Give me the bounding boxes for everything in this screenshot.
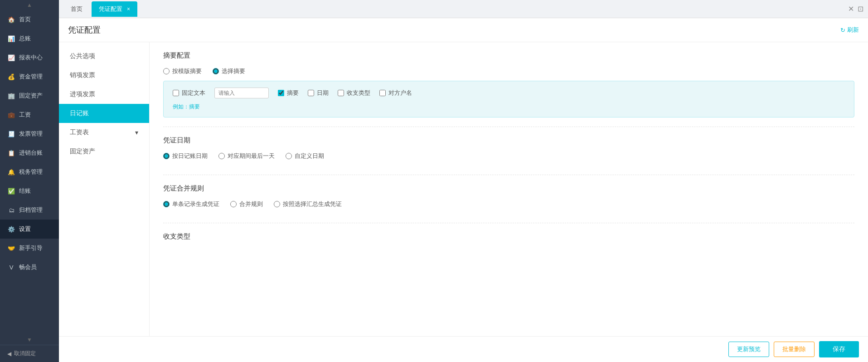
- abstract-input[interactable]: [278, 90, 284, 96]
- period-last-day-input[interactable]: [218, 153, 225, 159]
- summary-config-section: 摘要配置 按模版摘要 选择摘要: [163, 51, 854, 127]
- sidebar-icon-sales-ledger: 📋: [7, 149, 15, 157]
- abstract-check[interactable]: 摘要: [278, 89, 299, 97]
- voucher-merge-radio-row: 单条记录生成凭证 合并规则 按照选择汇总生成凭证: [163, 200, 854, 208]
- select-summary-input[interactable]: [274, 201, 280, 207]
- sidebar-item-settle[interactable]: ✅结账: [0, 181, 59, 201]
- sidebar-item-ledger[interactable]: 📊总账: [0, 29, 59, 48]
- left-nav-label-journal: 日记账: [70, 109, 89, 117]
- sidebar-icon-assets: 🏢: [7, 92, 15, 100]
- fixed-text-field[interactable]: [214, 88, 269, 98]
- sidebar-label-sales-ledger: 进销台账: [19, 149, 43, 157]
- period-last-day-radio[interactable]: 对应期间最后一天: [218, 152, 275, 160]
- sidebar-label-settle: 结账: [19, 187, 31, 195]
- left-nav-label-purchase-invoice: 进项发票: [70, 90, 95, 98]
- sidebar-label-invoice-mgmt: 发票管理: [19, 130, 43, 138]
- single-record-radio[interactable]: 单条记录生成凭证: [163, 200, 219, 208]
- summary-config-title: 摘要配置: [163, 51, 854, 60]
- counterpart-name-check[interactable]: 对方户名: [379, 89, 412, 97]
- voucher-date-radio-row: 按日记账日期 对应期间最后一天 自定义日期: [163, 152, 854, 160]
- left-nav-item-purchase-invoice[interactable]: 进项发票: [59, 85, 149, 104]
- page-header: 凭证配置 ↻ 刷新: [59, 18, 868, 42]
- sidebar-icon-guide: 🤝: [7, 244, 15, 252]
- select-summary-radio[interactable]: 按照选择汇总生成凭证: [274, 200, 342, 208]
- left-nav-item-payroll-table[interactable]: 工资表▾: [59, 123, 149, 142]
- sidebar-item-archive[interactable]: 🗂归档管理: [0, 201, 59, 220]
- summary-radio-row: 按模版摘要 选择摘要: [163, 67, 854, 75]
- choose-mode-radio[interactable]: 选择摘要: [213, 67, 245, 75]
- custom-date-input[interactable]: [286, 153, 292, 159]
- pin-icon: ◀: [7, 351, 11, 357]
- tab-label-voucher-config-tab: 凭证配置: [99, 5, 122, 13]
- sidebar-item-home[interactable]: 🏠首页: [0, 10, 59, 29]
- sidebar-label-payroll: 工资: [19, 111, 31, 119]
- template-mode-input[interactable]: [163, 68, 170, 74]
- left-nav-item-sales-invoice[interactable]: 销项发票: [59, 66, 149, 85]
- left-nav-item-journal[interactable]: 日记账: [59, 104, 149, 123]
- template-mode-radio[interactable]: 按模版摘要: [163, 67, 202, 75]
- left-nav-label-public: 公共选项: [70, 52, 95, 60]
- custom-date-radio[interactable]: 自定义日期: [286, 152, 324, 160]
- sidebar-icon-archive: 🗂: [7, 206, 15, 214]
- sidebar-label-settings: 设置: [19, 225, 31, 233]
- merge-rule-radio[interactable]: 合并规则: [230, 200, 263, 208]
- left-nav-item-public[interactable]: 公共选项: [59, 47, 149, 66]
- sidebar-scroll-down[interactable]: ▼: [0, 335, 59, 345]
- sidebar-item-sales-ledger[interactable]: 📋进销台账: [0, 143, 59, 162]
- income-expense-section: 收支类型: [163, 232, 854, 257]
- sidebar-label-archive: 归档管理: [19, 206, 43, 214]
- sidebar-icon-settle: ✅: [7, 187, 15, 195]
- batch-delete-button[interactable]: 批量删除: [774, 342, 815, 357]
- tab-close-voucher-config-tab[interactable]: ×: [127, 6, 130, 12]
- voucher-date-section: 凭证日期 按日记账日期 对应期间最后一天: [163, 136, 854, 175]
- sidebar-item-payroll[interactable]: 💼工资: [0, 105, 59, 124]
- income-type-check[interactable]: 收支类型: [338, 89, 370, 97]
- summary-check-row: 固定文本 摘要 日期: [173, 88, 845, 98]
- merge-rule-input[interactable]: [230, 201, 237, 207]
- left-nav: 公共选项销项发票进项发票日记账工资表▾固定资产: [59, 42, 150, 336]
- fixed-text-input[interactable]: [173, 90, 179, 96]
- sidebar-item-invoice-mgmt[interactable]: 🧾发票管理: [0, 124, 59, 143]
- update-preview-button[interactable]: 更新预览: [728, 342, 769, 357]
- sidebar-bottom-label: 取消固定: [14, 350, 36, 357]
- sidebar-label-reports: 报表中心: [19, 54, 43, 62]
- income-type-input[interactable]: [338, 90, 344, 96]
- fixed-text-check[interactable]: 固定文本: [173, 89, 205, 97]
- left-nav-item-fixed-assets[interactable]: 固定资产: [59, 142, 149, 161]
- single-record-input[interactable]: [163, 201, 170, 207]
- journal-date-input[interactable]: [163, 153, 170, 159]
- journal-date-radio[interactable]: 按日记账日期: [163, 152, 208, 160]
- sidebar-item-tax[interactable]: 🔔税务管理: [0, 162, 59, 181]
- tab-home-tab[interactable]: 首页: [63, 1, 90, 17]
- maximize-button[interactable]: ⊡: [858, 5, 863, 13]
- date-check[interactable]: 日期: [308, 89, 329, 97]
- counterpart-name-input[interactable]: [379, 90, 386, 96]
- sidebar-icon-reports: 📈: [7, 54, 15, 62]
- date-input[interactable]: [308, 90, 314, 96]
- sidebar-item-member[interactable]: V畅会员: [0, 258, 59, 277]
- sidebar-icon-member: V: [7, 263, 15, 271]
- choose-mode-input[interactable]: [213, 68, 219, 74]
- right-content: 摘要配置 按模版摘要 选择摘要: [150, 42, 868, 336]
- main-area: 首页凭证配置× ✕ ⊡ 凭证配置 ↻ 刷新 公共选项销项发票进项发票日记账工资表…: [59, 0, 868, 362]
- tab-bar-actions: ✕ ⊡: [848, 5, 863, 13]
- refresh-button[interactable]: ↻ 刷新: [840, 26, 859, 34]
- tab-voucher-config-tab[interactable]: 凭证配置×: [92, 1, 137, 17]
- sidebar-label-assets: 固定资产: [19, 92, 43, 100]
- page-title: 凭证配置: [68, 24, 101, 35]
- sidebar-unpin-button[interactable]: ◀ 取消固定: [0, 345, 59, 362]
- save-button[interactable]: 保存: [819, 341, 859, 357]
- sidebar-item-assets[interactable]: 🏢固定资产: [0, 86, 59, 105]
- voucher-merge-section: 凭证合并规则 单条记录生成凭证 合并规则: [163, 184, 854, 223]
- minimize-button[interactable]: ✕: [848, 5, 854, 13]
- tab-label-home-tab: 首页: [71, 5, 82, 13]
- sidebar-item-funds[interactable]: 💰资金管理: [0, 67, 59, 86]
- sidebar: ▲ 🏠首页📊总账📈报表中心💰资金管理🏢固定资产💼工资🧾发票管理📋进销台账🔔税务管…: [0, 0, 59, 362]
- sidebar-item-reports[interactable]: 📈报表中心: [0, 48, 59, 67]
- sidebar-item-settings[interactable]: ⚙️设置: [0, 220, 59, 239]
- voucher-merge-title: 凭证合并规则: [163, 184, 854, 193]
- left-nav-label-sales-invoice: 销项发票: [70, 71, 95, 79]
- sidebar-item-guide[interactable]: 🤝新手引导: [0, 239, 59, 258]
- sidebar-scroll-up[interactable]: ▲: [0, 0, 59, 10]
- sidebar-icon-tax: 🔔: [7, 168, 15, 176]
